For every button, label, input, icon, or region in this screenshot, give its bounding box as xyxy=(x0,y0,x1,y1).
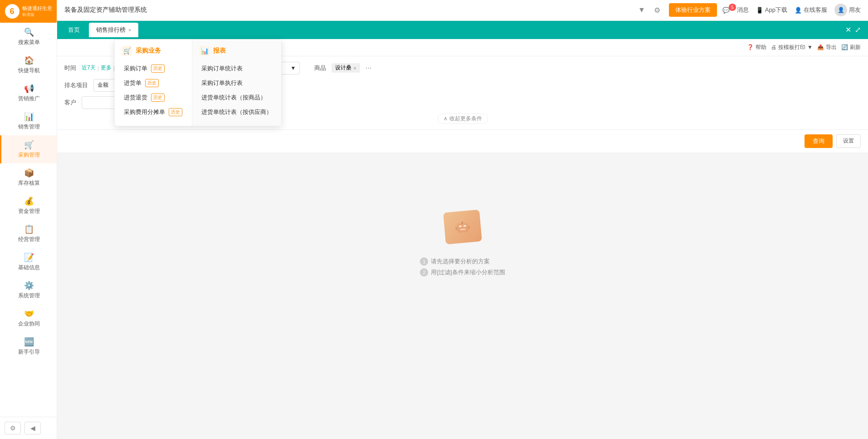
menu-item-order-stat[interactable]: 采购订单统计表 xyxy=(200,61,274,76)
menu-item-purchase-receipt[interactable]: 进货单 历史 xyxy=(122,76,185,90)
goods-tag-close[interactable]: × xyxy=(353,65,356,71)
sidebar-bottom: ⚙ ◀ xyxy=(0,417,57,439)
menu-item-purchase-order[interactable]: 采购订单 历史 xyxy=(122,61,185,76)
user-menu[interactable]: 👤 用友 xyxy=(834,4,861,16)
query-btn[interactable]: 查询 xyxy=(805,134,833,148)
sidebar-item-purchase[interactable]: 🛒 采购管理 xyxy=(0,135,57,163)
goods-more-dots[interactable]: ··· xyxy=(366,64,371,72)
sidebar-item-marketing[interactable]: 📢 营销推广 xyxy=(0,79,57,107)
guide-icon: 🆕 xyxy=(24,337,34,347)
topbar: 装备及固定资产辅助管理系统 ▼ ⚙ 体验行业方案 💬 5 消息 📱 App下载 … xyxy=(57,0,868,21)
industry-btn[interactable]: 体验行业方案 xyxy=(669,3,717,17)
user-avatar: 👤 xyxy=(834,4,847,16)
topbar-settings-icon[interactable]: ⚙ xyxy=(651,4,663,16)
sidebar-item-enterprise[interactable]: 🤝 企业协同 xyxy=(0,304,57,332)
print-icon: 🖨 xyxy=(771,44,776,50)
svg-rect-6 xyxy=(468,226,470,229)
menu-item-receipt-stat-goods[interactable]: 进货单统计表（按商品） xyxy=(200,90,274,105)
sidebar-logo: 6 畅捷通好生意 标准版 xyxy=(0,0,57,23)
sidebar-item-sales[interactable]: 📊 销售管理 xyxy=(0,107,57,135)
sidebar-settings-btn[interactable]: ⚙ xyxy=(5,422,21,434)
date-label: 时间 xyxy=(64,64,76,72)
report-col-title: 📊 报表 xyxy=(200,46,274,56)
export-icon: 📤 xyxy=(817,44,824,50)
sidebar-item-search[interactable]: 🔍 搜索菜单 xyxy=(0,23,57,51)
sidebar-item-finance[interactable]: 💰 资金管理 xyxy=(0,192,57,220)
app-download-btn[interactable]: 📱 App下载 xyxy=(756,6,787,14)
history-badge: 历史 xyxy=(145,79,159,87)
customer-label: 客户 xyxy=(64,99,76,107)
rank-item-label: 排名项目 xyxy=(64,81,88,89)
goods-tag: 设计桑 × xyxy=(332,63,360,73)
svg-rect-4 xyxy=(461,222,463,224)
empty-image xyxy=(440,207,485,252)
empty-tip-1: 1 请先选择要分析的方案 xyxy=(420,257,505,266)
history-badge: 历史 xyxy=(169,108,182,116)
report-col-icon: 📊 xyxy=(200,46,210,56)
empty-state: 1 请先选择要分析的方案 2 用[过滤]条件来缩小分析范围 xyxy=(64,160,861,323)
enterprise-icon: 🤝 xyxy=(24,309,34,319)
logo-sub: 标准版 xyxy=(22,12,52,18)
help-btn[interactable]: ❓ 帮助 xyxy=(747,44,766,51)
logo-icon: 6 xyxy=(5,4,20,19)
purchase-dropdown-menu: 🛒 采购业务 采购订单 历史 进货单 历史 进货退货 历史 采购费用分摊单 xyxy=(114,39,282,126)
sidebar-item-basic-info[interactable]: 📝 基础信息 xyxy=(0,248,57,276)
operations-icon: 📋 xyxy=(24,224,34,234)
page-content: 1 请先选择要分析的方案 2 用[过滤]条件来缩小分析范围 xyxy=(57,153,868,439)
tab-sales-ranking[interactable]: 销售排行榜 × xyxy=(89,23,138,37)
query-bar: 查询 设置 xyxy=(57,130,868,153)
purchase-col: 🛒 采购业务 采购订单 历史 进货单 历史 进货退货 历史 采购费用分摊单 xyxy=(115,39,192,126)
marketing-icon: 📢 xyxy=(24,84,34,94)
topbar-right: 💬 5 消息 📱 App下载 👤 在线客服 👤 用友 xyxy=(722,4,861,16)
purchase-icon: 🛒 xyxy=(24,140,34,150)
sidebar-item-guide[interactable]: 🆕 新手引导 xyxy=(0,332,57,360)
tab-close-window-btn[interactable]: ✕ xyxy=(845,25,851,34)
refresh-icon: 🔄 xyxy=(841,44,848,50)
print-template-btn[interactable]: 🖨 按模板打印 ▼ xyxy=(771,44,813,51)
online-service-btn[interactable]: 👤 在线客服 xyxy=(795,6,827,14)
select-chevron: ▼ xyxy=(290,65,296,71)
tabbar: 首页 销售排行榜 × ✕ ⤢ xyxy=(57,21,868,39)
tab-maximize-btn[interactable]: ⤢ xyxy=(855,25,861,34)
goods-label: 商品 xyxy=(314,64,326,72)
empty-tip-2: 2 用[过滤]条件来缩小分析范围 xyxy=(420,268,505,276)
history-badge: 历史 xyxy=(151,94,165,102)
search-icon: 🔍 xyxy=(24,27,34,37)
sidebar-collapse-btn[interactable]: ◀ xyxy=(24,422,41,434)
logo-text: 畅捷通好生意 xyxy=(22,5,52,11)
history-badge: 历史 xyxy=(151,64,165,73)
menu-item-receipt-stat-supplier[interactable]: 进货单统计表（按供应商） xyxy=(200,105,274,119)
sidebar-item-operations[interactable]: 📋 经营管理 xyxy=(0,220,57,248)
service-icon: 👤 xyxy=(795,7,802,14)
sidebar-item-system[interactable]: ⚙️ 系统管理 xyxy=(0,276,57,304)
svg-rect-2 xyxy=(463,225,466,227)
sidebar-item-inventory[interactable]: 📦 库存核算 xyxy=(0,163,57,192)
topbar-dropdown-arrow[interactable]: ▼ xyxy=(638,6,645,14)
finance-icon: 💰 xyxy=(24,196,34,206)
settings-btn[interactable]: 设置 xyxy=(836,134,861,148)
home-icon: 🏠 xyxy=(24,55,34,65)
tab-close-btn[interactable]: × xyxy=(128,27,131,33)
menu-item-order-exec[interactable]: 采购订单执行表 xyxy=(200,76,274,90)
export-btn[interactable]: 📤 导出 xyxy=(817,44,837,51)
date-more[interactable]: 更多 xyxy=(101,64,112,72)
empty-tips: 1 请先选择要分析的方案 2 用[过滤]条件来缩小分析范围 xyxy=(420,257,505,276)
date-7days[interactable]: 近7天 xyxy=(82,64,96,72)
svg-rect-0 xyxy=(457,223,468,233)
tab-home[interactable]: 首页 xyxy=(61,23,87,37)
refresh-btn[interactable]: 🔄 刷新 xyxy=(841,44,861,51)
inventory-icon: 📦 xyxy=(24,168,34,178)
sidebar-nav: 🔍 搜索菜单 🏠 快捷导航 📢 营销推广 📊 销售管理 🛒 采购管理 📦 库存核… xyxy=(0,23,57,417)
menu-item-purchase-return[interactable]: 进货退货 历史 xyxy=(122,90,185,105)
system-icon: ⚙️ xyxy=(24,281,34,291)
collapse-icon: ∧ xyxy=(444,115,448,122)
print-dropdown-icon: ▼ xyxy=(807,44,813,50)
sidebar-item-quick-nav[interactable]: 🏠 快捷导航 xyxy=(0,51,57,79)
collapse-btn[interactable]: ∧ 收起更多条件 xyxy=(438,113,488,124)
purchase-col-icon: 🛒 xyxy=(122,46,132,56)
sidebar: 6 畅捷通好生意 标准版 🔍 搜索菜单 🏠 快捷导航 📢 营销推广 📊 销售管理… xyxy=(0,0,57,439)
menu-item-purchase-fee[interactable]: 采购费用分摊单 历史 xyxy=(122,105,185,119)
purchase-col-title: 🛒 采购业务 xyxy=(122,46,185,56)
tab-actions: ✕ ⤢ xyxy=(845,25,861,34)
message-btn[interactable]: 💬 5 消息 xyxy=(722,6,749,14)
